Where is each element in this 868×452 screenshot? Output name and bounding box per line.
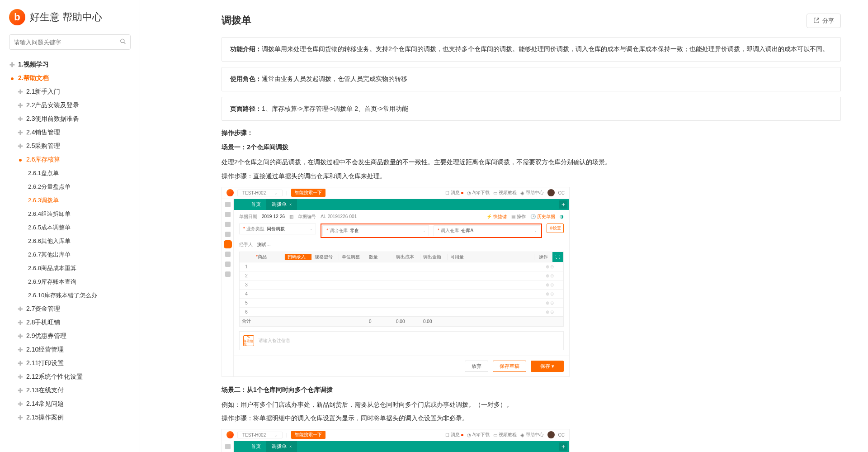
- nav-l2-9[interactable]: ✚2.9优惠券管理: [9, 329, 131, 343]
- intro-key: 功能介绍：: [230, 45, 262, 52]
- page-title: 调拨单: [222, 14, 841, 27]
- mock-help: ◉ 帮助中心: [520, 190, 544, 196]
- mock-footer: 放弃 保存草稿 保存 ▾: [234, 356, 569, 376]
- mock-org-select: TEST-H002⌄: [237, 432, 283, 438]
- nav-l2-10[interactable]: ✚2.10经营管理: [9, 343, 131, 357]
- nav-l3-7[interactable]: 2.6.7其他出库单: [9, 248, 131, 262]
- info-box-role: 使用角色：通常由业务人员发起调拨，仓管人员完成实物的转移: [222, 67, 841, 91]
- mock-logo-icon: [226, 189, 234, 196]
- share-label: 分享: [822, 17, 834, 25]
- mock-save-btn: 保存 ▾: [531, 361, 564, 372]
- nav-l2-8[interactable]: ✚2.8手机旺铺: [9, 316, 131, 329]
- nav-l3-4[interactable]: 2.6.4组装拆卸单: [9, 207, 131, 221]
- mock-in-wh-field: *调入仓库 仓库A⌄: [434, 225, 540, 236]
- nav-l2-14[interactable]: ✚2.14常见问题: [9, 397, 131, 411]
- scene1-p2: 操作步骤：直接通过单据头的调出仓库和调入仓库来处理。: [222, 170, 841, 182]
- mock-tab-doc: 调拨单×: [266, 199, 297, 210]
- nav-l2-11[interactable]: ✚2.11打印设置: [9, 357, 131, 370]
- mock-quick-link: ⚡快捷键: [486, 214, 507, 220]
- role-val: 通常由业务人员发起调拨，仓管人员完成实物的转移: [262, 75, 407, 82]
- svg-point-0: [121, 39, 124, 43]
- mock-tabs: 首页 调拨单× +: [234, 199, 569, 210]
- mock-side-icon: [225, 212, 231, 217]
- brand-logo: b: [9, 9, 25, 25]
- nav-l2-7[interactable]: ✚2.7资金管理: [9, 302, 131, 316]
- steps-title: 操作步骤：: [222, 129, 841, 137]
- mock-side-icon: [225, 262, 231, 267]
- mock-avatar-icon: [547, 189, 555, 196]
- path-key: 页面路径：: [230, 105, 262, 112]
- nav-l3-3[interactable]: 2.6.3调拨单: [9, 194, 131, 207]
- scene2-title: 场景二：从1个仓库同时向多个仓库调拨: [222, 386, 841, 394]
- nav-l1-video[interactable]: ✚1.视频学习: [9, 58, 131, 71]
- mock-search-btn: 智能搜索一下: [291, 189, 326, 197]
- nav-l3-6[interactable]: 2.6.6其他入库单: [9, 234, 131, 248]
- mock-op-link: ▤ 操作: [511, 214, 526, 220]
- mock-side-icon: [225, 252, 231, 257]
- mock-side-icon: [225, 202, 231, 207]
- mock-screenshot-2: TEST-H002⌄ | 智能搜索一下 ☐ 消息 ◔ App下载 ▭ 视频教程 …: [222, 429, 570, 452]
- nav-l2-15[interactable]: ✚2.15操作案例: [9, 411, 131, 424]
- mock-fullscreen-icon: ⛶: [552, 252, 563, 262]
- mock-out-wh-field: *调出仓库 零食⌄: [322, 225, 429, 236]
- nav-l2-4[interactable]: ✚2.4销售管理: [9, 126, 131, 139]
- mock-table: *商品 扫码录入 规格型号 单位调整 数量 调出成本 调出金额 可用量 操作 ⛶: [239, 252, 564, 327]
- nav-l3-2[interactable]: 2.6.2分量盘点单: [9, 180, 131, 194]
- mock-screenshot-1: TEST-H002⌄ | 智能搜索一下 ☐ 消息 ◔ App下载 ▭ 视频教程 …: [222, 187, 570, 377]
- sidebar: b 好生意 帮助中心 ✚1.视频学习 ●2.帮助文档 ✚2.1新手入门 ✚2.2…: [0, 0, 140, 452]
- main-content: 分享 调拨单 功能介绍：调拨单用来处理仓库间货物的转移业务。支持2个仓库间的调拨…: [140, 0, 868, 452]
- mock-toggle-icon: ◑: [560, 214, 564, 219]
- nav-l2-1[interactable]: ✚2.1新手入门: [9, 85, 131, 99]
- mock-draft-btn: 保存草稿: [493, 361, 526, 372]
- mock-sidebar: [222, 199, 234, 376]
- brand: b 好生意 帮助中心: [9, 9, 131, 25]
- nav-l2-13[interactable]: ✚2.13在线支付: [9, 384, 131, 397]
- mock-tab-home: 首页: [245, 199, 266, 210]
- mock-tab-add-icon: +: [559, 200, 567, 209]
- nav-l2-2[interactable]: ✚2.2产品安装及登录: [9, 99, 131, 112]
- scene2-p2: 操作步骤：将单据明细中的调入仓库设置为显示，同时将单据头的调入仓设置为非必录。: [222, 412, 841, 424]
- mock-setting-btn: ⚙设置: [547, 224, 564, 233]
- mock-side-icon-active: [225, 242, 231, 247]
- info-box-path: 页面路径：1、库存核算->库存管理->调拨单 2、首页->常用功能: [222, 97, 841, 121]
- nav-l2-12[interactable]: ✚2.12系统个性化设置: [9, 370, 131, 384]
- mock-biztype-field: *业务类型 同价调拨⌄: [239, 224, 316, 234]
- mock-side-icon: [225, 232, 231, 237]
- nav-l1-docs[interactable]: ●2.帮助文档: [9, 71, 131, 85]
- brand-title: 好生意 帮助中心: [30, 10, 102, 24]
- nav-l3-8[interactable]: 2.6.8商品成本重算: [9, 262, 131, 275]
- scene1-p1: 处理2个仓库之间的商品调拨，在调拨过程中不会发生商品数量的不一致性。主要处理近距…: [222, 156, 841, 168]
- mock-msg: ☐ 消息: [445, 190, 463, 196]
- intro-val: 调拨单用来处理仓库间货物的转移业务。支持2个仓库间的调拨，也支持多个仓库间的调拨…: [262, 45, 829, 52]
- mock-remark: ✎备注信息 请输入备注信息: [239, 331, 564, 350]
- search-box: [9, 34, 131, 50]
- mock-topbar: TEST-H002⌄ | 智能搜索一下 ☐ 消息 ◔ App下载 ▭ 视频教程 …: [222, 187, 569, 199]
- nav-l3-9[interactable]: 2.6.9库存账本查询: [9, 275, 131, 289]
- nav-l2-3[interactable]: ✚2.3使用前数据准备: [9, 112, 131, 126]
- mock-app: ◔ App下载: [467, 190, 490, 196]
- nav-l2-5[interactable]: ✚2.5采购管理: [9, 139, 131, 153]
- mock-cat-row: 经手人测试…: [239, 242, 564, 248]
- mock-discard-btn: 放弃: [465, 361, 488, 372]
- scene2-p1: 例如：用户有多个门店或办事处，新品到货后，需要从总仓同时向多个门店或办事处调拨。…: [222, 399, 841, 411]
- path-val: 1、库存核算->库存管理->调拨单 2、首页->常用功能: [262, 105, 408, 112]
- nav-l2-6[interactable]: ●2.6库存核算: [9, 153, 131, 167]
- role-key: 使用角色：: [230, 75, 262, 82]
- mock-side-icon: [225, 271, 231, 277]
- search-input[interactable]: [9, 34, 131, 50]
- search-icon[interactable]: [120, 38, 126, 46]
- mock-video: ▭ 视频教程: [493, 190, 517, 196]
- mock-history-link: 🕓历史单据: [530, 214, 555, 220]
- nav-l3-5[interactable]: 2.6.5成本调整单: [9, 221, 131, 234]
- scene1-title: 场景一：2个仓库间调拨: [222, 143, 841, 152]
- info-box-intro: 功能介绍：调拨单用来处理仓库间货物的转移业务。支持2个仓库间的调拨，也支持多个仓…: [222, 37, 841, 62]
- mock-warehouse-highlight: *调出仓库 零食⌄ *调入仓库 仓库A⌄: [321, 224, 542, 238]
- nav-l3-10[interactable]: 2.6.10库存账本错了怎么办: [9, 289, 131, 302]
- mock-logo-icon: [226, 431, 234, 438]
- mock-search-btn: 智能搜索一下: [291, 431, 326, 439]
- share-button[interactable]: 分享: [807, 14, 841, 28]
- nav-l3-1[interactable]: 2.6.1盘点单: [9, 167, 131, 180]
- svg-line-1: [124, 42, 126, 44]
- mock-user: CC: [558, 190, 565, 195]
- mock-side-icon: [225, 222, 231, 227]
